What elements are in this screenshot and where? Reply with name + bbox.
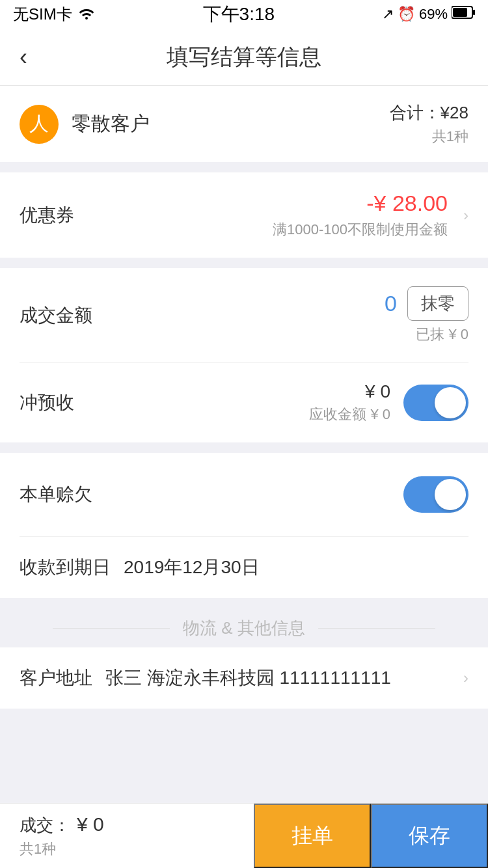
duedate-value: 2019年12月30日 (124, 555, 260, 580)
prepayment-right: ¥ 0 应收金额 ¥ 0 (309, 381, 468, 424)
customer-summary: 合计：¥28 共1种 (390, 102, 468, 146)
avatar: 人 (20, 105, 59, 144)
bottom-info: 成交： ¥ 0 共1种 (0, 804, 254, 868)
address-label: 客户地址 (20, 666, 92, 690)
nav-bar: ‹ 填写结算等信息 (0, 29, 488, 86)
coupon-desc: 满1000-100不限制使用金额 (273, 220, 448, 239)
customer-section: 人 零散客户 合计：¥28 共1种 (0, 86, 488, 162)
customer-left: 人 零散客户 (20, 105, 150, 144)
logistics-sep-inner: 物流 & 其他信息 (53, 617, 435, 640)
address-chevron-icon: › (463, 669, 468, 687)
prepayment-amount: ¥ 0 (309, 381, 390, 402)
round-zero-button[interactable]: 抹零 (407, 286, 468, 321)
content-area: 人 零散客户 合计：¥28 共1种 优惠券 -¥ 28.00 满1000-100… (0, 86, 488, 784)
coupon-label: 优惠券 (20, 203, 74, 228)
location-icon: ↗ (382, 6, 394, 23)
customer-count: 共1种 (390, 127, 468, 146)
prepayment-row: 冲预收 ¥ 0 应收金额 ¥ 0 (0, 363, 488, 442)
customer-name: 零散客户 (72, 111, 150, 137)
wifi-icon (77, 5, 96, 23)
duedate-row: 收款到期日 2019年12月30日 (0, 537, 488, 598)
customer-total: 合计：¥28 (390, 102, 468, 124)
chevron-right-icon: › (463, 206, 468, 224)
logistics-separator: 物流 & 其他信息 (0, 608, 488, 647)
prepayment-label: 冲预收 (20, 390, 74, 415)
status-right: ↗ ⏰ 69% (382, 6, 475, 23)
bottom-deal: 成交： ¥ 0 (20, 813, 254, 837)
toggle-knob (435, 387, 466, 418)
address-row[interactable]: 客户地址 张三 海淀永丰科技园 11111111111 › (0, 647, 488, 709)
transaction-row: 成交金额 0 抹零 已抹 ¥ 0 (0, 268, 488, 362)
coupon-row[interactable]: 优惠券 -¥ 28.00 满1000-100不限制使用金额 › (0, 172, 488, 258)
coupon-right: -¥ 28.00 满1000-100不限制使用金额 › (273, 191, 468, 239)
debt-section: 本单赊欠 收款到期日 2019年12月30日 (0, 453, 488, 598)
debt-row: 本单赊欠 (0, 453, 488, 536)
svg-rect-2 (453, 8, 467, 17)
transaction-amount-area: 0 抹零 (385, 286, 468, 321)
back-button[interactable]: ‹ (20, 44, 27, 71)
bottom-deal-label: 成交： (20, 814, 70, 837)
save-button[interactable]: 保存 (371, 804, 488, 868)
sep-line-right (318, 628, 435, 629)
prepayment-toggle[interactable] (403, 385, 468, 421)
coupon-section[interactable]: 优惠券 -¥ 28.00 满1000-100不限制使用金额 › (0, 172, 488, 258)
avatar-icon: 人 (29, 111, 49, 137)
sep-line-left (53, 628, 170, 629)
battery-icon (452, 6, 475, 23)
transaction-sub: 已抹 ¥ 0 (385, 325, 468, 344)
customer-row: 人 零散客户 合计：¥28 共1种 (0, 86, 488, 162)
battery-text: 69% (419, 6, 448, 23)
debt-toggle-knob (435, 479, 466, 510)
hold-button[interactable]: 挂单 (254, 804, 371, 868)
transaction-value[interactable]: 0 (385, 291, 397, 316)
duedate-label: 收款到期日 (20, 555, 111, 580)
prepayment-sub: 应收金额 ¥ 0 (309, 405, 390, 424)
debt-toggle[interactable] (403, 476, 468, 513)
debt-label: 本单赊欠 (20, 482, 92, 507)
signal-text: 无SIM卡 (13, 4, 72, 25)
svg-rect-1 (473, 10, 475, 15)
status-left: 无SIM卡 (13, 4, 96, 25)
status-time: 下午3:18 (203, 2, 275, 27)
address-value: 张三 海淀永丰科技园 11111111111 (105, 666, 458, 690)
coupon-amount: -¥ 28.00 (273, 191, 448, 216)
bottom-deal-amount: ¥ 0 (77, 813, 104, 835)
transaction-section: 成交金额 0 抹零 已抹 ¥ 0 冲预收 ¥ 0 应收金额 ¥ 0 (0, 268, 488, 442)
logistics-label: 物流 & 其他信息 (183, 617, 305, 640)
transaction-label: 成交金额 (20, 303, 92, 328)
page-title: 填写结算等信息 (167, 42, 321, 72)
status-bar: 无SIM卡 下午3:18 ↗ ⏰ 69% (0, 0, 488, 29)
alarm-icon: ⏰ (398, 6, 415, 23)
bottom-bar: 成交： ¥ 0 共1种 挂单 保存 (0, 803, 488, 868)
address-section: 客户地址 张三 海淀永丰科技园 11111111111 › (0, 647, 488, 709)
bottom-count: 共1种 (20, 839, 254, 859)
